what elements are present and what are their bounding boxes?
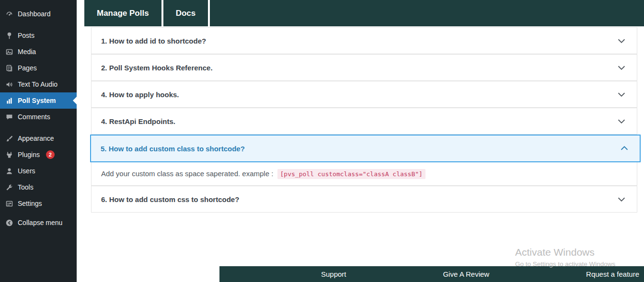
footer-link-give-a-review[interactable]: Give A Review <box>443 270 489 278</box>
admin-sidebar: Dashboard Posts Media Pages Text T <box>0 0 77 282</box>
tab-manage-polls[interactable]: Manage Polls <box>84 0 163 26</box>
watermark-line2: Go to Settings to activate Windows <box>515 260 615 268</box>
sidebar-item-comments[interactable]: Comments <box>0 109 77 125</box>
chevron-down-icon <box>616 62 627 73</box>
admin-menu: Dashboard Posts Media Pages Text T <box>0 0 77 212</box>
accordion-body: Add your custom class as space saperated… <box>91 162 637 186</box>
plugins-update-badge: 2 <box>46 150 55 159</box>
pushpin-icon <box>5 31 13 40</box>
sidebar-item-pages[interactable]: Pages <box>0 60 77 76</box>
sidebar-item-label: Tools <box>18 183 34 192</box>
sidebar-item-label: Dashboard <box>18 10 51 18</box>
accordion-title: 4. How to apply hooks. <box>101 90 179 99</box>
sidebar-item-label: Posts <box>18 31 34 40</box>
bar-chart-icon <box>5 96 13 105</box>
menu-separator <box>0 22 77 27</box>
media-icon <box>5 47 13 56</box>
footer-link-support[interactable]: Support <box>321 270 346 278</box>
accordion-title: 1. How to add id to shortcode? <box>101 36 206 45</box>
sidebar-item-appearance[interactable]: Appearance <box>0 130 77 147</box>
speaker-icon <box>5 80 13 89</box>
sidebar-item-users[interactable]: Users <box>0 163 77 179</box>
accordion-item-3[interactable]: 4. How to apply hooks. <box>91 81 637 108</box>
accordion-title: 2. Poll System Hooks Reference. <box>101 63 213 72</box>
wrench-icon <box>5 183 13 192</box>
sidebar-collapse-menu[interactable]: Collapse menu <box>0 214 77 231</box>
sidebar-item-label: Appearance <box>18 134 54 143</box>
sidebar-item-label: Media <box>18 47 36 56</box>
sidebar-item-plugins[interactable]: Plugins 2 <box>0 147 77 163</box>
pages-icon <box>5 64 13 72</box>
sidebar-item-label: Settings <box>18 199 42 208</box>
chevron-down-icon <box>616 194 627 204</box>
sidebar-item-posts[interactable]: Posts <box>0 27 77 44</box>
docs-accordion: 1. How to add id to shortcode? 2. Poll S… <box>91 27 637 213</box>
sidebar-item-label: Users <box>18 167 35 175</box>
sidebar-item-media[interactable]: Media <box>0 44 77 60</box>
sidebar-item-dashboard[interactable]: Dashboard <box>0 6 77 22</box>
sidebar-item-settings[interactable]: Settings <box>0 195 77 212</box>
accordion-item-6[interactable]: 6. How to add custom css to shortcode? <box>91 186 637 213</box>
plugin-tab-bar: Manage Polls Docs <box>84 0 644 26</box>
sidebar-item-label: Pages <box>18 64 37 72</box>
menu-separator <box>0 125 77 130</box>
accordion-title: 5. How to add custom class to shortcode? <box>101 144 245 153</box>
sidebar-item-label: Comments <box>18 113 50 121</box>
comment-icon <box>5 113 13 121</box>
chevron-down-icon <box>616 89 627 100</box>
collapse-arrow-icon <box>5 218 13 227</box>
footer-link-request-a-feature[interactable]: Rquest a feature <box>586 270 639 278</box>
accordion-item-5[interactable]: 5. How to add custom class to shortcode? <box>90 135 641 162</box>
sidebar-item-label: Text To Audio <box>18 80 58 89</box>
accordion-item-1[interactable]: 1. How to add id to shortcode? <box>91 27 637 54</box>
sidebar-item-label: Plugins <box>18 150 40 159</box>
sidebar-item-label: Collapse menu <box>18 218 62 227</box>
sidebar-item-label: Poll System <box>18 96 56 105</box>
activate-windows-watermark: Activate Windows Go to Settings to activ… <box>515 247 615 268</box>
plugin-footer-bar: Support Give A Review Rquest a feature <box>219 266 644 282</box>
sidebar-item-poll-system[interactable]: Poll System <box>0 92 77 109</box>
tab-docs[interactable]: Docs <box>163 0 210 26</box>
brush-icon <box>5 134 13 143</box>
accordion-title: 4. RestApi Endpoints. <box>101 117 175 126</box>
watermark-line1: Activate Windows <box>515 247 615 258</box>
accordion-title: 6. How to add custom css to shortcode? <box>101 195 239 204</box>
user-icon <box>5 167 13 175</box>
chevron-up-icon <box>619 143 630 154</box>
dashboard-icon <box>5 10 13 18</box>
chevron-down-icon <box>616 116 627 126</box>
settings-icon <box>5 199 13 208</box>
shortcode-code: [pvs_poll customclass="classA classB"] <box>277 169 426 179</box>
plug-icon <box>5 150 13 159</box>
accordion-item-4[interactable]: 4. RestApi Endpoints. <box>91 108 637 135</box>
accordion-item-2[interactable]: 2. Poll System Hooks Reference. <box>91 54 637 81</box>
accordion-body-text: Add your custom class as space saperated… <box>101 169 276 178</box>
chevron-down-icon <box>616 35 627 46</box>
sidebar-item-text-to-audio[interactable]: Text To Audio <box>0 76 77 92</box>
sidebar-item-tools[interactable]: Tools <box>0 179 77 195</box>
